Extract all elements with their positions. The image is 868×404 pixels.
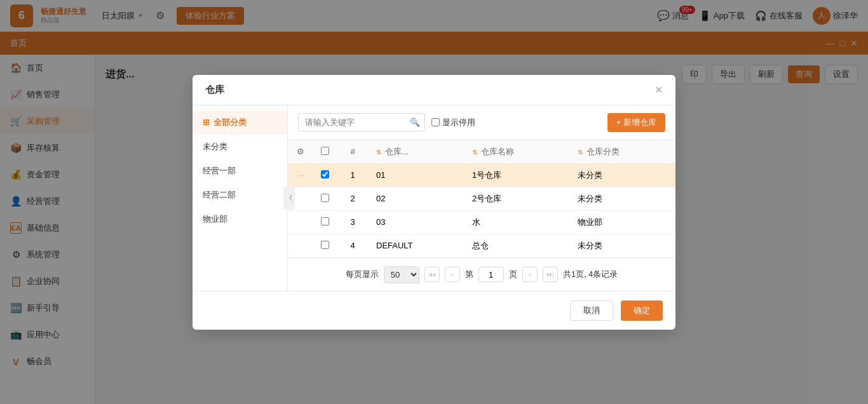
cancel-button[interactable]: 取消 [570,300,613,321]
modal-sidebar-collapse-btn[interactable]: 《 [283,187,295,210]
modal-sidebar-all[interactable]: ⊞ 全部分类 [193,111,287,135]
modal-footer: 取消 确定 [193,291,675,330]
row-no: 3 [337,210,369,234]
modal-body: ⊞ 全部分类 未分类 经营一部 经营二部 物业部 《 [193,105,675,291]
table-header: ⚙ # ⇅ 仓库... ⇅ 仓库名称 [288,140,675,164]
warehouse-table: ⚙ # ⇅ 仓库... ⇅ 仓库名称 [288,140,675,258]
per-page-select[interactable]: 50 10 20 100 [384,266,419,283]
warehouse-modal: 仓库 ✕ ⊞ 全部分类 未分类 经营一部 经营二部 [193,75,675,330]
table-body: ··· 1 01 1号仓库 未分类 2 02 2号仓库 未分类 [288,163,675,257]
search-input[interactable] [298,113,425,131]
modal-sidebar-dept2[interactable]: 经营二部 [193,183,287,207]
row-no: 1 [337,163,369,187]
modal-sidebar-all-label: 全部分类 [214,117,247,128]
row-no: 2 [337,187,369,210]
row-category: 未分类 [570,163,675,187]
modal-header: 仓库 ✕ [193,75,675,105]
row-category: 未分类 [570,187,675,210]
page-word: 第 [465,269,473,280]
modal-overlay: 仓库 ✕ ⊞ 全部分类 未分类 经营一部 经营二部 [0,0,868,404]
modal-sidebar-property[interactable]: 物业部 [193,207,287,231]
row-gear [288,210,313,234]
gear-header-icon: ⚙ [297,147,304,156]
row-checkbox[interactable] [321,194,329,202]
row-code: DEFAULT [369,234,465,257]
prev-page-btn[interactable]: ‹ [445,267,460,282]
row-code: 03 [369,210,465,234]
modal-sidebar-property-label: 物业部 [203,213,227,225]
table-row[interactable]: 2 02 2号仓库 未分类 [288,187,675,210]
table-row[interactable]: ··· 1 01 1号仓库 未分类 [288,163,675,187]
next-page-btn[interactable]: › [522,267,538,282]
warehouse-table-wrap: ⚙ # ⇅ 仓库... ⇅ 仓库名称 [288,140,675,258]
th-name: ⇅ 仓库名称 [465,140,570,164]
name-sort-icon: ⇅ [472,149,477,156]
last-page-btn[interactable]: ⏭ [543,267,558,282]
row-checkbox-cell[interactable] [313,163,337,187]
modal-title: 仓库 [205,84,224,96]
row-checkbox[interactable] [321,217,329,226]
row-checkbox-cell[interactable] [313,234,337,257]
page-number-input[interactable] [478,267,504,282]
modal-sidebar-dept1-label: 经营一部 [203,165,236,177]
search-wrap: 🔍 [298,113,425,131]
row-gear [288,234,313,257]
table-row[interactable]: 4 DEFAULT 总仓 未分类 [288,234,675,257]
th-checkbox [313,140,337,164]
show-disabled-label: 显示停用 [442,117,475,128]
modal-sidebar: ⊞ 全部分类 未分类 经营一部 经营二部 物业部 《 [193,105,288,291]
th-no: # [337,140,369,164]
modal-content: 🔍 显示停用 + 新增仓库 ⚙ [288,105,675,291]
row-checkbox-cell[interactable] [313,187,337,210]
row-name: 水 [465,210,570,234]
code-sort-icon: ⇅ [376,149,381,156]
category-sort-icon: ⇅ [578,149,583,156]
modal-sidebar-uncategorized-label: 未分类 [203,141,227,152]
th-gear: ⚙ [288,140,313,164]
row-name: 1号仓库 [465,163,570,187]
row-code: 02 [369,187,465,210]
show-disabled-checkbox[interactable] [431,118,440,126]
modal-close-button[interactable]: ✕ [654,84,663,96]
row-name: 总仓 [465,234,570,257]
th-code: ⇅ 仓库... [369,140,465,164]
modal-sidebar-dept2-label: 经营二部 [203,189,236,201]
modal-sidebar-dept1[interactable]: 经营一部 [193,159,287,183]
add-warehouse-button[interactable]: + 新增仓库 [607,113,665,132]
per-page-label: 每页显示 [346,269,379,280]
grid-icon: ⊞ [203,118,210,127]
row-name: 2号仓库 [465,187,570,210]
page-summary: 共1页, 4条记录 [563,269,618,280]
row-gear: ··· [288,163,313,187]
show-disabled-checkbox-label[interactable]: 显示停用 [431,117,475,128]
first-page-btn[interactable]: ⏮ [424,267,440,282]
search-icon: 🔍 [410,118,420,127]
row-code: 01 [369,163,465,187]
row-checkbox-cell[interactable] [313,210,337,234]
row-category: 未分类 [570,234,675,257]
row-category: 物业部 [570,210,675,234]
page-unit: 页 [509,269,517,280]
row-checkbox[interactable] [321,241,329,249]
modal-sidebar-uncategorized[interactable]: 未分类 [193,135,287,159]
confirm-button[interactable]: 确定 [621,300,663,321]
th-category: ⇅ 仓库分类 [570,140,675,164]
modal-toolbar: 🔍 显示停用 + 新增仓库 [288,105,675,140]
pagination: 每页显示 50 10 20 100 ⏮ ‹ 第 页 › ⏭ 共1页, 4条记录 [288,258,675,291]
table-row[interactable]: 3 03 水 物业部 [288,210,675,234]
row-no: 4 [337,234,369,257]
select-all-checkbox[interactable] [321,147,329,155]
row-checkbox[interactable] [321,170,329,178]
